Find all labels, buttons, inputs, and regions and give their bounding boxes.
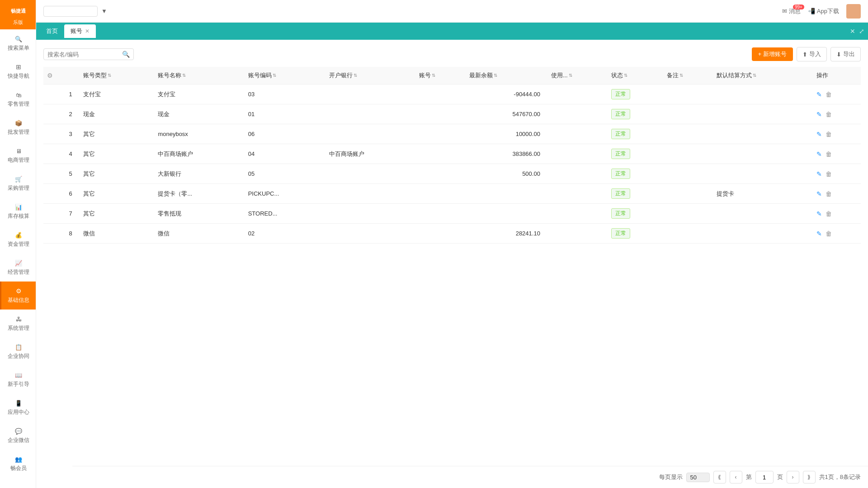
th-remark-label: 备注 (667, 71, 679, 80)
search-input[interactable] (47, 51, 120, 58)
cell-num: 3 (61, 124, 80, 144)
sort-remark-icon[interactable]: ⇅ (679, 73, 683, 78)
delete-button-row-1[interactable]: 🗑 (826, 111, 832, 118)
sidebar-item-purchase[interactable]: 采购管理 (0, 169, 36, 197)
delete-button-row-2[interactable]: 🗑 (826, 131, 832, 138)
th-name[interactable]: 账号名称 ⇅ (154, 67, 244, 84)
tab-account-label: 账号 (71, 27, 82, 35)
cell-default-settle (713, 164, 813, 184)
edit-button-row-3[interactable]: ✎ (816, 150, 822, 158)
page-prev-button[interactable]: ‹ (730, 471, 742, 483)
sort-status-icon[interactable]: ⇅ (624, 73, 627, 78)
th-status[interactable]: 状态 ⇅ (608, 67, 663, 84)
cell-remark (663, 144, 713, 164)
sidebar-item-basic[interactable]: 基础信息 (0, 282, 36, 310)
tab-close-button[interactable]: ✕ (85, 28, 90, 34)
tab-maximize-button[interactable]: ⤢ (859, 28, 864, 35)
add-account-button[interactable]: + 新增账号 (752, 47, 793, 61)
sort-account-icon[interactable]: ⇅ (432, 73, 435, 78)
edit-button-row-1[interactable]: ✎ (816, 111, 822, 118)
tab-home[interactable]: 首页 (40, 24, 64, 38)
sidebar-item-ecom[interactable]: 电商管理 (0, 141, 36, 169)
delete-button-row-7[interactable]: 🗑 (826, 230, 832, 237)
cell-type: 支付宝 (80, 84, 154, 104)
edit-button-row-5[interactable]: ✎ (816, 190, 822, 197)
th-type[interactable]: 账号类型 ⇅ (80, 67, 154, 84)
tab-close-all-button[interactable]: ✕ (850, 28, 855, 35)
sort-default-settle-icon[interactable]: ⇅ (753, 73, 756, 78)
cell-usage (547, 124, 608, 144)
th-code[interactable]: 账号编码 ⇅ (245, 67, 326, 84)
cell-remark (663, 84, 713, 104)
delete-button-row-5[interactable]: 🗑 (826, 190, 832, 197)
tab-account[interactable]: 账号 ✕ (64, 24, 96, 38)
sidebar-item-search[interactable]: 搜索菜单 (0, 29, 36, 57)
sidebar-item-nav[interactable]: 快捷导航 (0, 57, 36, 85)
column-settings-icon[interactable]: ⚙ (47, 72, 53, 79)
sidebar-item-agreement[interactable]: 企业协同 (0, 338, 36, 366)
sort-name-icon[interactable]: ⇅ (182, 73, 186, 78)
sidebar-item-retail[interactable]: 零售管理 (0, 85, 36, 113)
page-size-select[interactable]: 50 100 200 (686, 473, 710, 482)
delete-button-row-3[interactable]: 🗑 (826, 150, 832, 158)
sidebar-item-wholesale[interactable]: 批发管理 (0, 113, 36, 141)
sort-bank-icon[interactable]: ⇅ (354, 73, 357, 78)
svg-text:畅捷通: 畅捷通 (11, 8, 26, 14)
app-download-button[interactable]: 📲 App下载 (808, 7, 839, 15)
delete-button-row-4[interactable]: 🗑 (826, 170, 832, 178)
sidebar-item-system[interactable]: 系统管理 (0, 310, 36, 338)
cell-remark (663, 224, 713, 244)
header-left: ▼ (43, 6, 107, 17)
sidebar-item-operation[interactable]: 经营管理 (0, 253, 36, 282)
page-next-button[interactable]: › (787, 471, 799, 483)
message-button[interactable]: ✉ 消息 99+ (782, 7, 801, 15)
edit-button-row-6[interactable]: ✎ (816, 210, 822, 217)
sidebar-item-inventory[interactable]: 库存核算 (0, 197, 36, 225)
delete-button-row-6[interactable]: 🗑 (826, 210, 832, 217)
import-button[interactable]: ⬆ 导入 (797, 47, 827, 61)
table-row: 6 其它 提货卡（零... PICKUPC... 正常 提货卡 ✎ 🗑 (43, 184, 861, 204)
cell-type: 其它 (80, 164, 154, 184)
header-dropdown[interactable]: ▼ (101, 8, 107, 14)
cell-account (415, 184, 465, 204)
export-button[interactable]: ⬇ 导出 (830, 47, 861, 61)
table-row: 2 现金 现金 01 547670.00 正常 ✎ 🗑 (43, 104, 861, 124)
sidebar: 畅捷通 乐版 搜索菜单 快捷导航 零售管理 批发管理 电商管理 采购管理 库存核… (0, 0, 36, 488)
th-account[interactable]: 账号 ⇅ (415, 67, 465, 84)
cell-name: 现金 (154, 104, 244, 124)
sort-type-icon[interactable]: ⇅ (108, 73, 111, 78)
pagination-bar: 每页显示 50 100 200 ⟪ ‹ 第 页 › ⟫ 共1页，8条记录 (72, 466, 868, 488)
page-number-input[interactable] (755, 471, 774, 483)
sort-code-icon[interactable]: ⇅ (273, 73, 276, 78)
edit-button-row-7[interactable]: ✎ (816, 230, 822, 237)
th-bank[interactable]: 开户银行 ⇅ (326, 67, 415, 84)
sidebar-item-guide[interactable]: 新手引导 (0, 366, 36, 394)
edit-button-row-2[interactable]: ✎ (816, 131, 822, 138)
sort-balance-icon[interactable]: ⇅ (494, 73, 497, 78)
sort-usage-icon[interactable]: ⇅ (569, 73, 572, 78)
sidebar-item-label: 新手引导 (8, 380, 29, 388)
edit-button-row-4[interactable]: ✎ (816, 170, 822, 178)
th-balance[interactable]: 最新余额 ⇅ (466, 67, 547, 84)
th-remark[interactable]: 备注 ⇅ (663, 67, 713, 84)
cell-usage (547, 104, 608, 124)
th-gear[interactable]: ⚙ (43, 67, 61, 84)
edit-button-row-0[interactable]: ✎ (816, 91, 822, 98)
global-search-input[interactable] (43, 6, 98, 17)
sidebar-item-finance[interactable]: 资金管理 (0, 225, 36, 253)
cell-bank (326, 204, 415, 224)
tab-home-label: 首页 (46, 27, 58, 35)
wechat-icon (15, 427, 22, 435)
cell-account (415, 124, 465, 144)
delete-button-row-0[interactable]: 🗑 (826, 91, 832, 98)
th-usage[interactable]: 使用... ⇅ (547, 67, 608, 84)
sidebar-item-wechat[interactable]: 企业微信 (0, 422, 36, 450)
sidebar-item-label: 畅会员 (10, 465, 27, 472)
th-default-settle[interactable]: 默认结算方式 ⇅ (713, 67, 813, 84)
cell-gear (43, 104, 61, 124)
user-avatar[interactable] (846, 4, 861, 19)
page-last-button[interactable]: ⟫ (803, 471, 816, 483)
sidebar-item-member[interactable]: 畅会员 (0, 450, 36, 478)
sidebar-item-appcenter[interactable]: 应用中心 (0, 394, 36, 422)
page-first-button[interactable]: ⟪ (713, 471, 726, 483)
